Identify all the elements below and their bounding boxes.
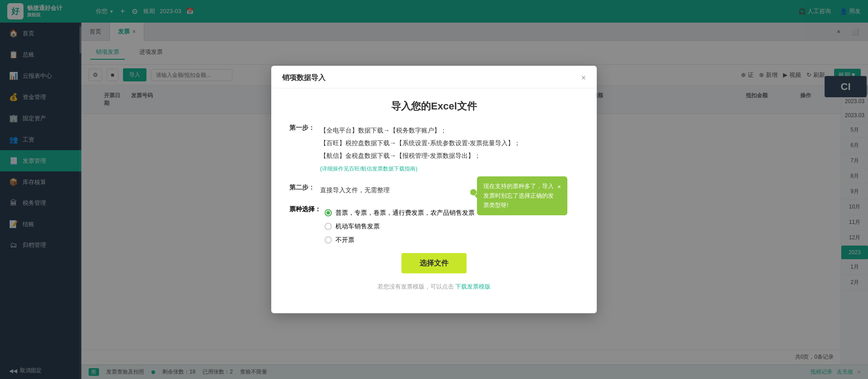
radio-label-3: 不开票 [335, 236, 354, 244]
modal-title: 销项数据导入 [282, 73, 326, 83]
step1-label: 第一步： [289, 124, 315, 172]
step2-content: 直接导入文件，无需整理 [318, 184, 390, 196]
radio-circle-3 [325, 237, 332, 244]
tooltip-bubble: × 现在支持的票种多了，导入发票时别忘了选择正确的发票类型呀! [477, 176, 567, 215]
radio-group: 普票，专票，卷票，通行费发票，农产品销售发票 机动车销售发票 不开票 [325, 209, 475, 244]
radio-circle-1 [325, 209, 332, 217]
select-file-btn[interactable]: 选择文件 [401, 253, 467, 274]
radio-option-1[interactable]: 普票，专票，卷票，通行费发票，农产品销售发票 [325, 209, 475, 217]
step-1: 第一步： 【全电平台】数据下载→【税务数字账户】； 【百旺】税控盘数据下载→【系… [289, 124, 579, 175]
tooltip-close-btn[interactable]: × [557, 182, 561, 192]
ticket-label: 票种选择： [289, 205, 321, 213]
step1-line-1: 【全电平台】数据下载→【税务数字账户】； [320, 124, 520, 137]
modal-footer: 若您没有发票模版，可以点击 下载发票模版 [289, 283, 579, 291]
radio-option-3[interactable]: 不开票 [325, 236, 475, 244]
step1-content: 【全电平台】数据下载→【税务数字账户】； 【百旺】税控盘数据下载→【系统设置-系… [318, 124, 520, 175]
tooltip-text: 现在支持的票种多了，导入发票时别忘了选择正确的发票类型呀! [483, 183, 554, 208]
radio-circle-2 [325, 223, 332, 230]
radio-label-1: 普票，专票，卷票，通行费发票，农产品销售发票 [335, 209, 475, 217]
modal-close-btn[interactable]: × [581, 73, 586, 83]
modal-main-title: 导入您的Excel文件 [289, 99, 579, 113]
step1-link[interactable]: (详细操作见百旺/航信发票数据下载指南) [320, 166, 417, 172]
step1-line-3: 【航信】金税盘数据下载→【报税管理-发票数据导出】； [320, 149, 520, 162]
step1-line-2: 【百旺】税控盘数据下载→【系统设置-系统参数设置-发票批量导入】； [320, 137, 520, 149]
download-template-link[interactable]: 下载发票模版 [455, 283, 491, 290]
radio-option-2[interactable]: 机动车销售发票 [325, 223, 475, 231]
radio-label-2: 机动车销售发票 [335, 223, 380, 231]
modal-header: 销项数据导入 × [271, 66, 597, 89]
step2-label: 第二步： [289, 184, 315, 194]
